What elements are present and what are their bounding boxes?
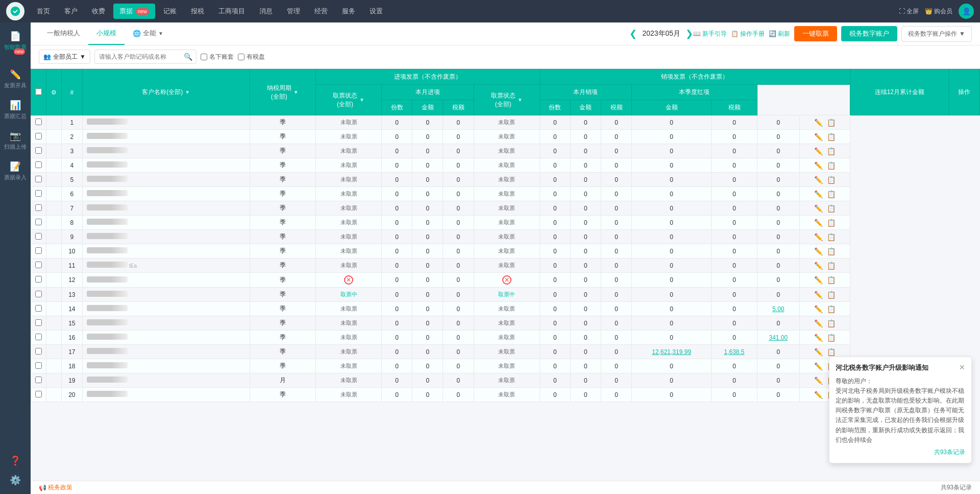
row-checkbox-14[interactable] bbox=[35, 305, 42, 312]
nav-bookkeep[interactable]: 记账 bbox=[157, 4, 183, 19]
user-avatar[interactable]: 👤 bbox=[959, 4, 974, 19]
tab-small-scale[interactable]: 小规模 bbox=[88, 22, 125, 45]
edit-icon-15[interactable]: ✏️ bbox=[814, 319, 823, 327]
nav-home[interactable]: 首页 bbox=[31, 4, 56, 19]
ledger-checkbox[interactable] bbox=[201, 54, 207, 60]
edit-icon-2[interactable]: ✏️ bbox=[814, 133, 823, 141]
popup-close-btn[interactable]: ✕ bbox=[959, 363, 965, 371]
digital-ops-btn[interactable]: 税务数字账户操作 ▼ bbox=[901, 26, 972, 42]
membership-btn[interactable]: 👑 购会员 bbox=[925, 7, 952, 16]
sidebar-item-smart-ticket[interactable]: 📄 智能取票 new bbox=[1, 27, 30, 63]
edit-icon-14[interactable]: ✏️ bbox=[814, 305, 823, 313]
copy-icon-2[interactable]: 📋 bbox=[827, 133, 836, 141]
copy-icon-12[interactable]: 📋 bbox=[827, 276, 836, 284]
row-checkbox-2[interactable] bbox=[35, 133, 42, 139]
th-tax-period[interactable]: 纳税周期(全部) ▼ bbox=[250, 69, 315, 115]
continuous-link-16[interactable]: 341.00 bbox=[769, 334, 788, 341]
outcome-error-icon[interactable]: ✕ bbox=[502, 275, 511, 285]
copy-icon-9[interactable]: 📋 bbox=[827, 233, 836, 241]
copy-icon-1[interactable]: 📋 bbox=[827, 119, 836, 127]
copy-icon-14[interactable]: 📋 bbox=[827, 305, 836, 313]
nav-settings[interactable]: 设置 bbox=[363, 4, 389, 19]
edit-icon-5[interactable]: ✏️ bbox=[814, 176, 823, 184]
row-checkbox-16[interactable] bbox=[35, 334, 42, 340]
sidebar-item-ticket-summary[interactable]: 📊 票据汇总 bbox=[1, 96, 30, 124]
row-checkbox-9[interactable] bbox=[35, 233, 42, 240]
copy-icon-16[interactable]: 📋 bbox=[827, 334, 836, 342]
th-outcome-status[interactable]: 取票状态(全部) ▼ bbox=[474, 85, 540, 115]
copy-icon-5[interactable]: 📋 bbox=[827, 176, 836, 184]
red-amount-link-17[interactable]: 12,621,319.99 bbox=[652, 348, 691, 356]
edit-icon-16[interactable]: ✏️ bbox=[814, 334, 823, 342]
edit-icon-11[interactable]: ✏️ bbox=[814, 262, 823, 270]
nav-ticket[interactable]: 票据 new bbox=[113, 4, 155, 19]
copy-icon-8[interactable]: 📋 bbox=[827, 219, 836, 227]
sidebar-item-ticket-entry[interactable]: 📝 票据录入 bbox=[1, 157, 30, 185]
copy-icon-7[interactable]: 📋 bbox=[827, 204, 836, 213]
copy-icon-6[interactable]: 📋 bbox=[827, 190, 836, 198]
nav-business[interactable]: 工商项目 bbox=[212, 4, 251, 19]
sidebar-item-help[interactable]: ❓ bbox=[1, 451, 30, 471]
row-checkbox-7[interactable] bbox=[35, 204, 42, 211]
edit-icon-12[interactable]: ✏️ bbox=[814, 276, 823, 284]
period-prev-btn[interactable]: ❮ bbox=[629, 28, 637, 39]
edit-icon-6[interactable]: ✏️ bbox=[814, 190, 823, 198]
row-checkbox-15[interactable] bbox=[35, 319, 42, 326]
row-checkbox-8[interactable] bbox=[35, 219, 42, 225]
period-next-btn[interactable]: ❯ bbox=[685, 28, 693, 39]
edit-icon-7[interactable]: ✏️ bbox=[814, 204, 823, 213]
new-guide-link[interactable]: 📖 新手引导 bbox=[693, 30, 727, 38]
row-checkbox-10[interactable] bbox=[35, 247, 42, 254]
tab-general-taxpayer[interactable]: 一般纳税人 bbox=[39, 22, 88, 45]
continuous-link-14[interactable]: 5.00 bbox=[772, 305, 784, 313]
edit-icon-3[interactable]: ✏️ bbox=[814, 147, 823, 155]
sidebar-item-invoice-open[interactable]: ✏️ 发票开具 bbox=[1, 65, 30, 93]
row-checkbox-20[interactable] bbox=[35, 391, 42, 397]
edit-icon-9[interactable]: ✏️ bbox=[814, 233, 823, 241]
refresh-link[interactable]: 🔄 刷新 bbox=[769, 30, 790, 38]
row-checkbox-11[interactable] bbox=[35, 262, 42, 268]
copy-icon-15[interactable]: 📋 bbox=[827, 319, 836, 327]
sidebar-item-scan-upload[interactable]: 📷 扫描上传 bbox=[1, 126, 30, 155]
tab-all[interactable]: 🌐 全能 ▼ bbox=[125, 22, 172, 45]
row-checkbox-19[interactable] bbox=[35, 377, 42, 383]
nav-service[interactable]: 服务 bbox=[336, 4, 361, 19]
tax-policy-link[interactable]: 📢 税务政策 bbox=[39, 483, 72, 492]
edit-icon-13[interactable]: ✏️ bbox=[814, 291, 823, 299]
copy-icon-11[interactable]: 📋 bbox=[827, 262, 836, 270]
row-checkbox-13[interactable] bbox=[35, 291, 42, 297]
edit-icon-1[interactable]: ✏️ bbox=[814, 119, 823, 127]
tax-checkbox[interactable] bbox=[238, 54, 244, 60]
edit-icon-18[interactable]: ✏️ bbox=[814, 362, 823, 370]
row-checkbox-1[interactable] bbox=[35, 119, 42, 125]
th-income-status[interactable]: 取票状态(全部) ▼ bbox=[315, 85, 381, 115]
copy-icon-10[interactable]: 📋 bbox=[827, 247, 836, 255]
th-client-name[interactable]: 客户名称(全部) ▼ bbox=[82, 69, 250, 115]
income-error-icon[interactable]: ✕ bbox=[344, 275, 353, 285]
nav-tax[interactable]: 报税 bbox=[185, 4, 210, 19]
search-input[interactable] bbox=[94, 50, 197, 64]
row-checkbox-17[interactable] bbox=[35, 348, 42, 355]
row-checkbox-3[interactable] bbox=[35, 147, 42, 154]
row-checkbox-12[interactable] bbox=[35, 276, 42, 283]
one-click-btn[interactable]: 一键取票 bbox=[794, 26, 837, 41]
copy-icon-3[interactable]: 📋 bbox=[827, 147, 836, 155]
nav-collect[interactable]: 收费 bbox=[86, 4, 111, 19]
edit-icon-8[interactable]: ✏️ bbox=[814, 219, 823, 227]
nav-operation[interactable]: 经营 bbox=[308, 4, 334, 19]
manual-link[interactable]: 📋 操作手册 bbox=[731, 30, 765, 38]
red-amount-link-17[interactable]: 1,638.5 bbox=[724, 348, 744, 356]
sidebar-item-settings[interactable]: ⚙️ bbox=[1, 471, 30, 490]
edit-icon-10[interactable]: ✏️ bbox=[814, 247, 823, 255]
row-checkbox-6[interactable] bbox=[35, 190, 42, 197]
edit-icon-19[interactable]: ✏️ bbox=[814, 377, 823, 385]
edit-icon-4[interactable]: ✏️ bbox=[814, 161, 823, 170]
copy-icon-17[interactable]: 📋 bbox=[827, 348, 836, 356]
search-icon[interactable]: 🔍 bbox=[184, 53, 192, 61]
row-checkbox-4[interactable] bbox=[35, 161, 42, 168]
employee-filter[interactable]: 👥 全部员工 ▼ bbox=[39, 50, 90, 64]
copy-icon-4[interactable]: 📋 bbox=[827, 161, 836, 170]
edit-icon-17[interactable]: ✏️ bbox=[814, 348, 823, 356]
digital-account-btn[interactable]: 税务数字账户 bbox=[841, 26, 897, 41]
nav-manage[interactable]: 管理 bbox=[281, 4, 306, 19]
